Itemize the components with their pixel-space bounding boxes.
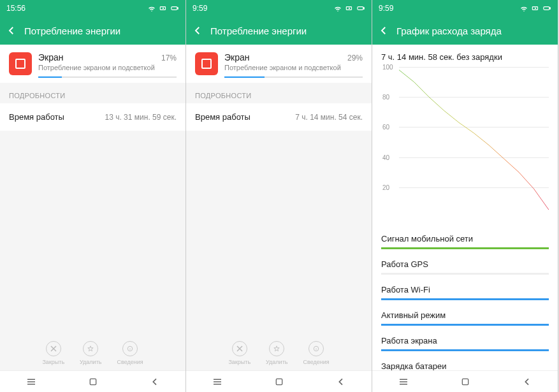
usage-bar-fill	[381, 349, 549, 351]
battery-icon	[170, 4, 179, 13]
info-label: Сведения	[303, 359, 329, 365]
info-button[interactable]: Сведения	[303, 341, 329, 365]
battery-box-icon	[531, 4, 540, 13]
battery-icon	[356, 4, 365, 13]
usage-bar-track	[381, 324, 549, 326]
usage-bar-label: Работа GPS	[381, 254, 549, 273]
chart-title: 7 ч. 14 мин. 58 сек. без зарядки	[372, 45, 558, 63]
app-info: Экран Потребление экраном и подсветкой	[224, 52, 363, 78]
nav-bar	[0, 370, 185, 392]
app-row[interactable]: Экран Потребление экраном и подсветкой 1…	[0, 45, 185, 83]
wifi-icon	[147, 4, 156, 13]
usage-bar-track	[381, 247, 549, 249]
battery-box-icon	[159, 4, 168, 13]
status-icons	[519, 4, 551, 13]
app-pct: 29%	[347, 54, 363, 62]
chart-area: 20406080100	[381, 67, 549, 217]
remove-label: Удалить	[80, 359, 101, 365]
nav-home-button[interactable]	[272, 375, 286, 389]
nav-back-button[interactable]	[520, 375, 534, 389]
nav-home-button[interactable]	[458, 375, 472, 389]
svg-rect-11	[544, 7, 549, 10]
back-button[interactable]	[377, 24, 390, 37]
bottom-actions: Закрыть Удалить Сведения	[186, 336, 372, 370]
close-label: Закрыть	[228, 359, 250, 365]
header-title: График расхода заряда	[396, 25, 502, 36]
info-button[interactable]: Сведения	[117, 341, 143, 365]
ytick-label: 100	[382, 64, 393, 71]
svg-rect-1	[171, 7, 177, 10]
usage-bar-track	[381, 298, 549, 300]
close-label: Закрыть	[42, 359, 64, 365]
svg-rect-9	[276, 379, 282, 384]
usage-bar-fill	[381, 324, 549, 326]
svg-rect-7	[363, 8, 364, 9]
status-icons	[333, 4, 365, 13]
usage-bar-label: Работа экрана	[381, 331, 549, 349]
usage-bar-track	[381, 273, 549, 275]
ytick-label: 60	[382, 124, 389, 131]
svg-rect-2	[177, 8, 178, 9]
detail-label: Время работы	[195, 112, 250, 122]
remove-button[interactable]: Удалить	[266, 341, 287, 365]
nav-home-button[interactable]	[86, 375, 100, 389]
close-icon	[232, 341, 247, 356]
wifi-icon	[519, 4, 528, 13]
section-label: ПОДРОБНОСТИ	[0, 83, 185, 103]
detail-value: 7 ч. 14 мин. 54 сек.	[295, 113, 363, 122]
app-info: Экран Потребление экраном и подсветкой	[38, 52, 177, 78]
screen-icon	[9, 52, 32, 75]
progress-track	[224, 76, 363, 78]
remove-button[interactable]: Удалить	[80, 341, 101, 365]
screen-icon	[195, 52, 218, 75]
nav-bar	[372, 370, 558, 392]
detail-row: Время работы 7 ч. 14 мин. 54 сек.	[186, 103, 372, 131]
screen-2: 9:59 Потребление энергии Экран Потреблен…	[186, 0, 372, 392]
detail-row: Время работы 13 ч. 31 мин. 59 сек.	[0, 103, 185, 131]
nav-back-button[interactable]	[334, 375, 348, 389]
ytick-label: 20	[382, 184, 389, 191]
battery-box-icon	[345, 4, 354, 13]
remove-label: Удалить	[266, 359, 287, 365]
svg-rect-13	[462, 379, 468, 384]
app-name: Экран	[38, 52, 177, 62]
svg-rect-6	[358, 7, 363, 10]
status-icons	[147, 4, 179, 13]
nav-back-button[interactable]	[148, 375, 162, 389]
back-button[interactable]	[5, 24, 18, 37]
status-time: 9:59	[192, 4, 207, 13]
header: Потребление энергии	[0, 17, 185, 45]
app-row[interactable]: Экран Потребление экраном и подсветкой 2…	[186, 45, 372, 83]
header-title: Потребление энергии	[24, 25, 120, 36]
detail-label: Время работы	[9, 112, 64, 122]
close-button[interactable]: Закрыть	[42, 341, 64, 365]
info-icon	[122, 341, 138, 356]
info-label: Сведения	[117, 359, 143, 365]
header-title: Потребление энергии	[210, 25, 307, 36]
status-time: 9:59	[379, 4, 393, 13]
nav-recent-button[interactable]	[396, 375, 410, 389]
section-label: ПОДРОБНОСТИ	[186, 83, 372, 103]
ytick-label: 80	[382, 94, 389, 101]
battery-chart	[399, 67, 549, 217]
close-button[interactable]: Закрыть	[228, 341, 250, 365]
usage-bar-fill	[381, 247, 549, 249]
svg-rect-4	[90, 379, 96, 384]
screen-1: 15:56 Потребление энергии Экран Потребле…	[0, 0, 186, 392]
back-button[interactable]	[191, 24, 204, 37]
battery-icon	[542, 4, 551, 13]
usage-bar-label: Работа Wi-Fi	[381, 280, 549, 298]
ytick-label: 40	[382, 154, 389, 161]
nav-recent-button[interactable]	[210, 375, 224, 389]
header: График расхода заряда	[372, 17, 558, 45]
detail-value: 13 ч. 31 мин. 59 сек.	[105, 113, 177, 122]
nav-recent-button[interactable]	[24, 375, 38, 389]
usage-bar-label: Сигнал мобильной сети	[381, 229, 549, 247]
app-pct: 17%	[161, 54, 177, 62]
app-sub: Потребление экраном и подсветкой	[38, 64, 177, 71]
app-sub: Потребление экраном и подсветкой	[224, 64, 363, 71]
progress-track	[38, 76, 177, 78]
bottom-actions: Закрыть Удалить Сведения	[0, 336, 185, 370]
progress-fill	[38, 76, 62, 78]
wifi-icon	[333, 4, 342, 13]
